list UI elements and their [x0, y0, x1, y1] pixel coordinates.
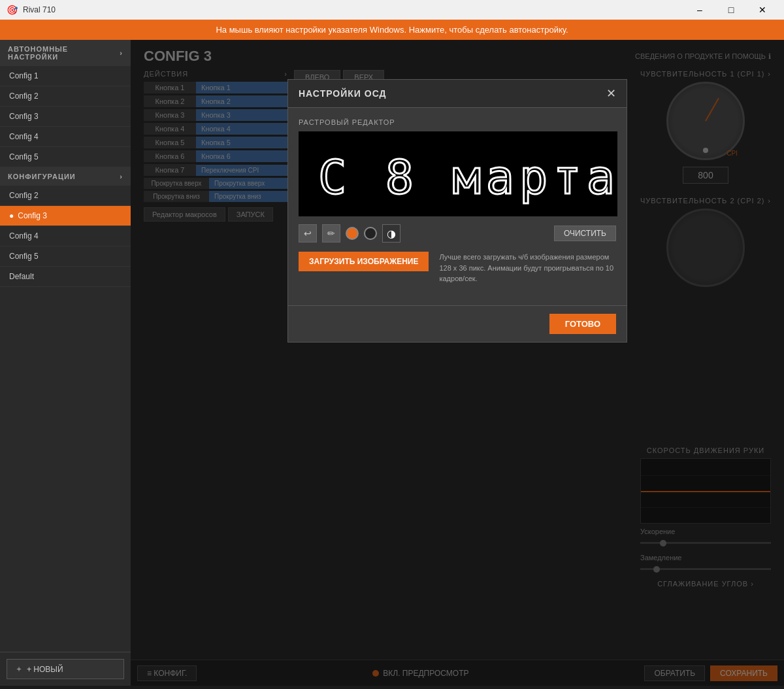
sidebar-item-config3b[interactable]: ●Config 3 [0, 206, 131, 226]
toolbar-row: ↩ ✏ ◑ ОЧИСТИТЬ [299, 224, 616, 243]
upload-image-button[interactable]: ЗАГРУЗИТЬ ИЗОБРАЖЕНИЕ [299, 252, 429, 271]
close-button[interactable]: ✕ [747, 0, 777, 20]
invert-button[interactable]: ◑ [382, 224, 400, 243]
upload-row: ЗАГРУЗИТЬ ИЗОБРАЖЕНИЕ Лучше всего загруж… [299, 252, 616, 284]
canvas-svg: С 8 марта [299, 131, 617, 216]
sidebar-item-config4a[interactable]: Config 4 [0, 127, 131, 147]
invert-icon: ◑ [387, 227, 396, 240]
sidebar: АВТОНОМНЫЕ НАСТРОЙКИ › Config 1 Config 2… [0, 40, 131, 686]
sidebar-item-config2a[interactable]: Config 2 [0, 86, 131, 107]
sidebar-item-config1[interactable]: Config 1 [0, 66, 131, 86]
raster-label: РАСТРОВЫЙ РЕДАКТОР [299, 118, 616, 126]
title-bar-controls: – □ ✕ [685, 0, 777, 20]
app-title: Rival 710 [23, 5, 56, 14]
svg-text:С 8 марта: С 8 марта [318, 150, 617, 205]
modal-footer: ГОТОВО [288, 305, 627, 342]
content-area: CONFIG 3 СВЕДЕНИЯ О ПРОДУКТЕ И ПОМОЩЬ ℹ … [131, 40, 784, 686]
sidebar-item-config4b[interactable]: Config 4 [0, 226, 131, 246]
sidebar-item-default[interactable]: Default [0, 267, 131, 287]
main-layout: АВТОНОМНЫЕ НАСТРОЙКИ › Config 1 Config 2… [0, 40, 784, 686]
modal-title: НАСТРОЙКИ ОСД [299, 88, 387, 99]
pencil-icon: ✏ [327, 228, 335, 239]
sidebar-item-config3a[interactable]: Config 3 [0, 107, 131, 127]
done-button[interactable]: ГОТОВО [549, 314, 616, 334]
upload-hint: Лучше всего загружать ч/б изображения ра… [439, 252, 616, 284]
plus-icon: ＋ [15, 664, 23, 675]
new-button[interactable]: ＋ + НОВЫЙ [7, 659, 124, 679]
maximize-button[interactable]: □ [716, 0, 746, 20]
undo-icon: ↩ [304, 228, 312, 239]
pencil-button[interactable]: ✏ [322, 224, 340, 243]
modal-body: РАСТРОВЫЙ РЕДАКТОР С 8 марта ↩ [288, 108, 627, 305]
modal-close-button[interactable]: ✕ [606, 88, 616, 99]
undo-button[interactable]: ↩ [299, 224, 317, 243]
sidebar-item-config5b[interactable]: Config 5 [0, 246, 131, 267]
clear-button[interactable]: ОЧИСТИТЬ [554, 226, 616, 241]
modal-overlay: НАСТРОЙКИ ОСД ✕ РАСТРОВЫЙ РЕДАКТОР С 8 м… [131, 40, 784, 686]
modal-header: НАСТРОЙКИ ОСД ✕ [288, 80, 627, 108]
notification-bar[interactable]: На мышь влияют настройки указателя Windo… [0, 20, 784, 40]
sidebar-item-config2b[interactable]: Config 2 [0, 186, 131, 206]
black-color-swatch[interactable] [364, 227, 377, 240]
title-bar: 🎯 Rival 710 – □ ✕ [0, 0, 784, 20]
white-color-swatch[interactable] [346, 227, 359, 240]
osd-settings-modal: НАСТРОЙКИ ОСД ✕ РАСТРОВЫЙ РЕДАКТОР С 8 м… [287, 79, 627, 343]
sidebar-bottom: ＋ + НОВЫЙ [0, 652, 131, 686]
autonomous-section-header: АВТОНОМНЫЕ НАСТРОЙКИ › [0, 40, 131, 66]
title-bar-left: 🎯 Rival 710 [7, 5, 56, 15]
notification-text: На мышь влияют настройки указателя Windo… [216, 25, 568, 35]
minimize-button[interactable]: – [685, 0, 715, 20]
raster-canvas[interactable]: С 8 марта [299, 131, 617, 216]
configurations-section-header: КОНФИГУРАЦИИ › [0, 167, 131, 186]
sidebar-item-config5a[interactable]: Config 5 [0, 147, 131, 167]
